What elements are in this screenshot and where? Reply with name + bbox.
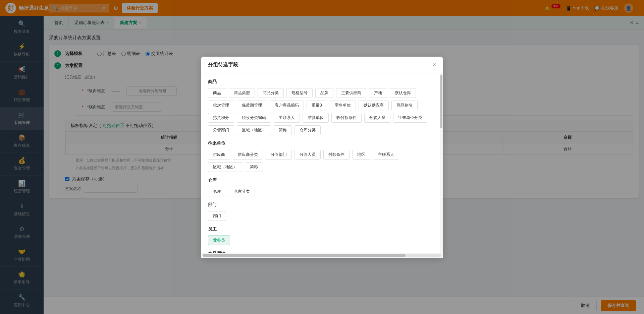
field-tag[interactable]: 品牌 xyxy=(315,88,333,98)
field-tag[interactable]: 往来单位分类 xyxy=(393,113,427,123)
section-department-title: 部门 xyxy=(208,202,433,208)
field-tag[interactable]: 收付款条件 xyxy=(331,113,362,123)
modal-title: 分组待选字段 xyxy=(208,62,238,68)
field-tag[interactable]: 付款条件 xyxy=(323,150,350,160)
field-tag[interactable]: 分管部门 xyxy=(208,125,234,135)
section-employee-tags: 业务员 xyxy=(208,236,433,245)
field-tag[interactable]: 供应商 xyxy=(208,150,230,160)
field-tag[interactable]: 主要供应商 xyxy=(336,88,366,98)
field-tag[interactable]: 主联系人 xyxy=(373,150,399,160)
field-tag[interactable]: 默认仓库 xyxy=(390,88,416,98)
section-warehouse: 仓库 仓库 仓库分类 xyxy=(208,177,433,196)
field-tag[interactable]: 简称 xyxy=(274,125,292,135)
field-tag[interactable]: 分管人员 xyxy=(294,150,321,160)
field-tag[interactable]: 供应商分类 xyxy=(233,150,263,160)
section-warehouse-title: 仓库 xyxy=(208,177,433,183)
section-counterparty: 往来单位 供应商 供应商分类 分管部门 分管人员 付款条件 地区 主联系人 区域… xyxy=(208,140,433,172)
field-tag[interactable]: 客户商品编码 xyxy=(270,101,304,110)
field-tag[interactable]: 主联系人 xyxy=(274,113,300,123)
field-tag[interactable]: 税收分类编码 xyxy=(237,113,271,123)
field-tag[interactable]: 分管人员 xyxy=(364,113,390,123)
h-scroll-track xyxy=(203,254,441,257)
section-products: 商品 商品 商品类型 商品分类 规格型号 品牌 主要供应商 产地 默认仓库 批次… xyxy=(208,79,433,135)
h-scroll-thumb xyxy=(203,254,406,257)
modal-header: 分组待选字段 × xyxy=(201,57,443,73)
field-tag[interactable]: 分管部门 xyxy=(266,150,292,160)
modal-overlay: 分组待选字段 × 商品 商品 商品类型 商品分类 规格型号 品牌 主要供应商 产… xyxy=(0,0,644,314)
section-employee-title: 员工 xyxy=(208,226,433,232)
section-counterparty-tags: 供应商 供应商分类 分管部门 分管人员 付款条件 地区 主联系人 区域（地区） … xyxy=(208,150,433,172)
field-tag[interactable]: 部门 xyxy=(208,211,226,221)
field-tag[interactable]: 仓库分类 xyxy=(294,125,321,135)
field-tag[interactable]: 零售单位 xyxy=(330,101,356,110)
modal-close-btn[interactable]: × xyxy=(432,61,436,68)
modal-content-scroll[interactable]: 商品 商品 商品类型 商品分类 规格型号 品牌 主要供应商 产地 默认仓库 批次… xyxy=(201,73,440,253)
field-tag[interactable]: 商品别名 xyxy=(391,101,418,110)
field-tag[interactable]: 默认供应商 xyxy=(359,101,389,110)
field-tag[interactable]: 规格型号 xyxy=(286,88,313,98)
field-tag[interactable]: 地区 xyxy=(352,150,370,160)
field-tag[interactable]: 仓库分类 xyxy=(229,187,255,196)
field-tag[interactable]: 商品类型 xyxy=(229,88,255,98)
section-products-title: 商品 xyxy=(208,79,433,85)
section-attributes: 商品属性 属性 颜色 多规格 尺码 鞋码 1 xyxy=(208,251,433,253)
field-tag[interactable]: 保质期管理 xyxy=(237,101,267,110)
section-department-tags: 部门 xyxy=(208,211,433,221)
field-tag-employee[interactable]: 业务员 xyxy=(208,236,230,245)
field-tag[interactable]: 批次管理 xyxy=(208,101,234,110)
modal-scrollbar[interactable] xyxy=(440,73,443,253)
field-tag[interactable]: 区域（地区） xyxy=(208,162,242,172)
modal-inner: 商品 商品 商品类型 商品分类 规格型号 品牌 主要供应商 产地 默认仓库 批次… xyxy=(201,73,443,253)
horizontal-scrollbar[interactable] xyxy=(201,253,443,258)
section-warehouse-tags: 仓库 仓库分类 xyxy=(208,187,433,196)
field-tag[interactable]: 重量3 xyxy=(307,101,327,110)
section-products-tags: 商品 商品类型 商品分类 规格型号 品牌 主要供应商 产地 默认仓库 批次管理 … xyxy=(208,88,433,135)
field-tag[interactable]: 结算单位 xyxy=(303,113,329,123)
section-counterparty-title: 往来单位 xyxy=(208,140,433,146)
field-tag[interactable]: 产地 xyxy=(369,88,387,98)
section-employee: 员工 业务员 xyxy=(208,226,433,245)
field-tag[interactable]: 商品分类 xyxy=(258,88,284,98)
modal-scrollbar-thumb xyxy=(440,75,442,129)
field-tag[interactable]: 区域（地区） xyxy=(237,125,271,135)
section-attributes-title: 商品属性 xyxy=(208,251,433,253)
field-tag[interactable]: 简称 xyxy=(245,162,263,172)
modal: 分组待选字段 × 商品 商品 商品类型 商品分类 规格型号 品牌 主要供应商 产… xyxy=(201,57,443,258)
section-department: 部门 部门 xyxy=(208,202,433,221)
field-tag[interactable]: 拣货积分 xyxy=(208,113,234,123)
field-tag[interactable]: 仓库 xyxy=(208,187,226,196)
field-tag[interactable]: 商品 xyxy=(208,88,226,98)
